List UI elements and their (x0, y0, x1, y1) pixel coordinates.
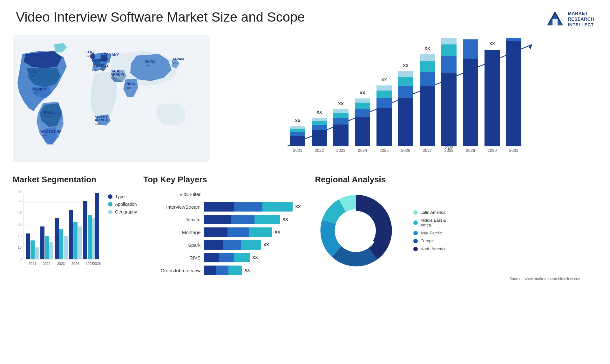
player-bar-label: XX (244, 266, 250, 275)
svg-rect-82 (485, 50, 500, 146)
key-players-section: Top Key Players VidCruiter InterviewStre… (143, 175, 308, 281)
player-bar-container: XX (204, 253, 308, 262)
svg-text:2027: 2027 (423, 148, 432, 153)
segmentation-chart: 0 10 20 30 40 50 60 (13, 189, 102, 275)
logo: MARKET RESEARCH INTELLECT (546, 10, 594, 29)
svg-rect-41 (290, 126, 305, 129)
svg-text:XX: XX (489, 41, 495, 46)
donut-container: Latin America Middle East &Africa Asia P… (315, 189, 597, 272)
legend-label-type: Type (115, 194, 125, 199)
svg-text:2021: 2021 (293, 148, 302, 153)
player-row: Montage XX (143, 227, 308, 237)
player-name: Jobvite (143, 217, 200, 222)
svg-text:2026: 2026 (93, 262, 101, 266)
legend-dot-latin (413, 210, 418, 215)
legend-label-geography: Geography (115, 209, 137, 214)
svg-rect-58 (376, 108, 392, 146)
svg-rect-116 (40, 226, 44, 259)
svg-text:BRAZIL: BRAZIL (44, 111, 57, 114)
segmentation-title: Market Segmentation (13, 175, 137, 185)
svg-text:XX: XX (381, 78, 387, 82)
svg-text:xx%: xx% (103, 57, 107, 60)
legend-label-mea: Middle East &Africa (420, 218, 446, 227)
svg-rect-65 (398, 77, 413, 86)
svg-rect-128 (95, 193, 99, 259)
svg-text:GERMANY: GERMANY (101, 53, 119, 57)
segmentation-section: Market Segmentation 0 10 20 30 40 50 60 (13, 175, 137, 281)
svg-rect-55 (355, 103, 370, 109)
svg-text:2024: 2024 (71, 262, 79, 266)
legend-label-apac: Asia Pacific (420, 231, 442, 235)
svg-rect-118 (49, 242, 53, 259)
legend-application: Application (108, 202, 137, 207)
svg-text:2022: 2022 (43, 262, 51, 266)
svg-text:JAPAN: JAPAN (172, 57, 184, 61)
map-section: CANADA xx% U.S. xx% MEXICO xx% BRAZIL xx… (13, 35, 210, 168)
svg-rect-123 (73, 222, 78, 259)
svg-text:2031: 2031 (509, 148, 518, 153)
svg-rect-117 (45, 236, 49, 259)
player-bar-label: XX (295, 202, 301, 212)
svg-text:CHINA: CHINA (145, 60, 156, 64)
world-map: CANADA xx% U.S. xx% MEXICO xx% BRAZIL xx… (13, 35, 210, 162)
svg-text:MEXICO: MEXICO (32, 87, 46, 91)
player-name: Spark (143, 242, 200, 248)
player-bar-container: XX (204, 227, 308, 237)
legend-dot-na (413, 247, 418, 251)
svg-text:xx%: xx% (31, 74, 36, 77)
player-row: InterviewStream XX (143, 202, 308, 212)
svg-text:xx%: xx% (95, 123, 100, 125)
svg-rect-49 (333, 118, 349, 125)
svg-text:2029: 2029 (466, 148, 475, 153)
svg-text:xx%: xx% (92, 69, 97, 71)
legend-dot-europe (413, 239, 418, 243)
svg-rect-122 (69, 210, 73, 259)
svg-text:XX: XX (295, 118, 301, 123)
svg-rect-75 (441, 44, 457, 56)
svg-text:XX: XX (316, 110, 322, 115)
svg-rect-113 (26, 233, 30, 259)
svg-rect-46 (312, 118, 327, 121)
player-row: Spark XX (143, 240, 308, 250)
svg-rect-59 (376, 98, 392, 108)
header: Video Interview Software Market Size and… (0, 0, 610, 35)
svg-point-135 (336, 211, 376, 250)
svg-rect-85 (506, 38, 521, 41)
legend-geography: Geography (108, 209, 137, 214)
svg-text:xx%: xx% (173, 62, 178, 64)
svg-text:20: 20 (18, 234, 22, 238)
svg-rect-2 (552, 19, 558, 25)
svg-rect-54 (355, 109, 370, 117)
svg-rect-50 (333, 113, 349, 118)
svg-rect-44 (312, 125, 327, 130)
svg-rect-114 (30, 240, 35, 259)
legend-label-europe: Europe (420, 239, 434, 243)
legend-label-application: Application (115, 202, 137, 207)
svg-rect-73 (441, 73, 457, 146)
svg-rect-63 (398, 98, 413, 146)
player-name: InterviewStream (143, 204, 200, 210)
svg-rect-45 (312, 121, 327, 125)
svg-rect-53 (355, 117, 370, 146)
svg-text:2024: 2024 (358, 148, 367, 153)
player-row: Jobvite XX (143, 215, 308, 224)
regional-title: Regional Analysis (315, 175, 597, 185)
legend-dot-mea (413, 220, 418, 225)
svg-rect-76 (441, 38, 457, 44)
player-name: RIVS (143, 255, 200, 260)
player-row: RIVS XX (143, 253, 308, 262)
logo-text: MARKET RESEARCH INTELLECT (568, 10, 594, 28)
svg-text:XX: XX (403, 63, 409, 68)
svg-rect-115 (35, 247, 39, 259)
svg-text:CANADA: CANADA (35, 55, 50, 58)
segmentation-chart-wrapper: 0 10 20 30 40 50 60 (13, 189, 137, 275)
svg-text:INDIA: INDIA (125, 82, 135, 86)
svg-text:40: 40 (18, 211, 22, 214)
svg-text:xx%: xx% (33, 92, 38, 95)
svg-text:xx%: xx% (44, 115, 49, 118)
player-row: GreenJobInterview XX (143, 266, 308, 275)
source-text: Source : www.marketresearchintellect.com (315, 275, 597, 281)
legend-label-na: North America (420, 246, 446, 251)
player-name: VidCruiter (143, 192, 200, 197)
svg-text:2021: 2021 (29, 262, 36, 266)
